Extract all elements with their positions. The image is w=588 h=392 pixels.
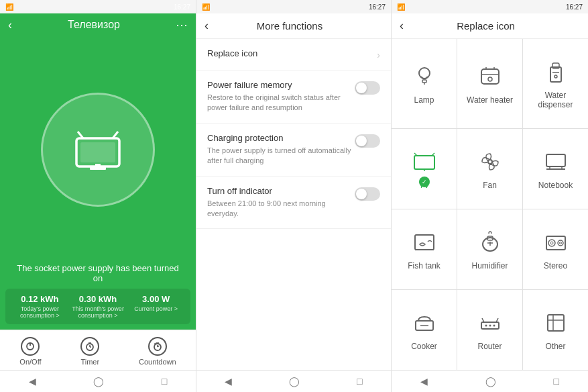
stat-current[interactable]: 3.00 W Current power > xyxy=(127,294,185,319)
stat-month-label: This month's powerconsumption > xyxy=(69,305,127,319)
func-turn-off-indicator: Turn off indicator Between 21:00 to 9:00… xyxy=(196,177,391,230)
nav-onoff-label: On/Off xyxy=(19,358,41,366)
status-icon-3: 📶 xyxy=(397,3,405,11)
func-power-failure: Power failure memory Restore to the orig… xyxy=(196,70,391,124)
sys-back-3[interactable]: ◀ xyxy=(420,376,428,387)
stat-today-value: 0.12 kWh xyxy=(11,294,69,304)
sys-home-2[interactable]: ◯ xyxy=(289,376,300,387)
svg-point-48 xyxy=(559,242,561,244)
icon-cell-stereo[interactable]: Stereo xyxy=(523,209,588,289)
svg-rect-57 xyxy=(548,315,564,331)
func-turn-off-indicator-content: Turn off indicator Between 21:00 to 9:00… xyxy=(207,186,355,219)
toggle-charging-protection[interactable] xyxy=(355,134,380,148)
humidifier-label: Humidifier xyxy=(471,261,508,271)
svg-point-56 xyxy=(493,324,495,326)
toggle-turn-off-indicator[interactable] xyxy=(355,187,380,201)
stat-today-label: Today's powerconsumption > xyxy=(11,305,69,319)
function-list: Replace icon › Power failure memory Rest… xyxy=(196,39,391,370)
svg-point-47 xyxy=(558,240,563,246)
tv-circle-area xyxy=(0,43,196,256)
status-time-3: 16:27 xyxy=(566,3,583,11)
func-charging-protection-content: Charging protection The power supply is … xyxy=(207,133,355,166)
func-charging-protection-desc: The power supply is turned off automatic… xyxy=(207,146,355,166)
panel3-header: ‹ Replace icon xyxy=(392,13,588,39)
icon-cell-water-heater[interactable]: Water heater xyxy=(457,39,522,128)
other-icon xyxy=(542,309,569,336)
notebook-label: Notebook xyxy=(538,181,573,190)
icon-cell-router[interactable]: Router xyxy=(457,290,522,370)
icon-cell-water-dispenser[interactable]: Water dispenser xyxy=(523,39,588,128)
cooker-icon xyxy=(411,309,438,336)
icon-cell-lamp[interactable]: Lamp xyxy=(392,39,457,128)
sys-back-2[interactable]: ◀ xyxy=(225,376,232,387)
svg-point-55 xyxy=(489,324,491,326)
stat-today[interactable]: 0.12 kWh Today's powerconsumption > xyxy=(11,294,69,319)
nav-onoff[interactable]: On/Off xyxy=(19,337,41,366)
stat-month[interactable]: 0.30 kWh This month's powerconsumption > xyxy=(69,294,127,319)
panel-tv: 📶 16:27 ‹ Телевизор ⋯ The socket power s… xyxy=(0,0,196,392)
humidifier-icon xyxy=(477,229,504,256)
status-bar-2: 📶 16:27 xyxy=(196,0,391,13)
panel3-title: Replace icon xyxy=(404,20,568,32)
svg-point-34 xyxy=(488,160,492,164)
system-bar-2: ◀ ◯ □ xyxy=(196,370,391,392)
status-time-1: 16:27 xyxy=(174,3,190,11)
func-turn-off-indicator-title: Turn off indicator xyxy=(207,186,355,196)
cooker-label: Cooker xyxy=(411,342,437,351)
func-charging-protection-title: Charging protection xyxy=(207,133,355,143)
sys-home-1[interactable]: ◯ xyxy=(93,376,104,387)
svg-rect-18 xyxy=(422,80,426,83)
tv-selected-badge: ✓ xyxy=(419,177,430,187)
router-icon xyxy=(477,309,504,336)
func-replace-icon-arrow: › xyxy=(377,50,380,60)
nav-timer[interactable]: Timer xyxy=(80,337,99,366)
fish-tank-icon xyxy=(411,229,438,256)
sys-recent-1[interactable]: □ xyxy=(162,376,167,387)
status-bar-1: 📶 16:27 xyxy=(0,0,196,13)
status-icon-wifi: 📶 xyxy=(5,3,13,11)
icon-cell-notebook[interactable]: Notebook xyxy=(523,129,588,209)
sys-recent-3[interactable]: □ xyxy=(554,376,559,387)
nav-countdown[interactable]: Countdown xyxy=(139,337,176,366)
panel2-header: ‹ More functions xyxy=(196,13,391,39)
icon-grid: Lamp Water heater Water dispenser ✓ TV xyxy=(392,39,588,370)
panel1-header: ‹ Телевизор ⋯ xyxy=(0,13,196,36)
power-stats: 0.12 kWh Today's powerconsumption > 0.30… xyxy=(5,289,190,324)
notebook-icon xyxy=(542,148,569,175)
icon-cell-cooker[interactable]: Cooker xyxy=(392,290,457,370)
svg-point-45 xyxy=(548,240,555,246)
icon-cell-humidifier[interactable]: Humidifier xyxy=(457,209,522,289)
func-replace-icon-content: Replace icon xyxy=(207,48,377,58)
sys-home-3[interactable]: ◯ xyxy=(485,376,496,387)
panel-icons: 📶 16:27 ‹ Replace icon Lamp Water heater xyxy=(392,0,588,392)
sys-recent-2[interactable]: □ xyxy=(357,376,362,387)
more-button-1[interactable]: ⋯ xyxy=(176,17,188,32)
func-power-failure-content: Power failure memory Restore to the orig… xyxy=(207,80,355,113)
power-status-text: The socket power supply has been turned … xyxy=(0,256,196,289)
sys-back-1[interactable]: ◀ xyxy=(29,376,36,387)
panel-functions: 📶 16:27 ‹ More functions Replace icon › … xyxy=(196,0,392,392)
stat-current-value: 3.00 W xyxy=(127,294,185,304)
onoff-icon xyxy=(21,337,40,356)
system-bar-3: ◀ ◯ □ xyxy=(392,370,588,392)
status-time-2: 16:27 xyxy=(369,3,386,11)
water-dispenser-icon xyxy=(542,58,569,85)
icon-cell-fish-tank[interactable]: Fish tank xyxy=(392,209,457,289)
func-power-failure-title: Power failure memory xyxy=(207,80,355,90)
func-replace-icon[interactable]: Replace icon › xyxy=(196,39,391,70)
tv-circle[interactable] xyxy=(41,93,155,207)
func-turn-off-indicator-desc: Between 21:00 to 9:00 next morning every… xyxy=(207,199,355,219)
bottom-nav-1: On/Off Timer Countdown xyxy=(0,330,196,370)
func-charging-protection: Charging protection The power supply is … xyxy=(196,124,391,177)
tv-sel-icon xyxy=(411,148,438,175)
toggle-power-failure[interactable] xyxy=(355,81,380,95)
icon-cell-tv[interactable]: ✓ TV xyxy=(392,129,457,209)
svg-point-28 xyxy=(554,75,557,78)
svg-rect-38 xyxy=(415,235,434,250)
icon-cell-fan[interactable]: Fan xyxy=(457,129,522,209)
countdown-icon xyxy=(148,337,167,356)
fish-tank-label: Fish tank xyxy=(408,261,440,271)
icon-cell-other[interactable]: Other xyxy=(523,290,588,370)
svg-point-46 xyxy=(550,242,553,244)
status-bar-3: 📶 16:27 xyxy=(392,0,588,13)
